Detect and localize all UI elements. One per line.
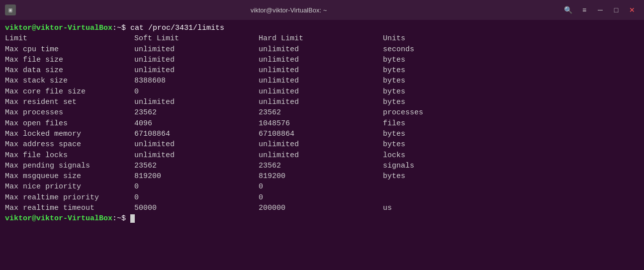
cell-units: bytes (383, 171, 405, 181)
cell-soft: unlimited (134, 139, 259, 150)
window-title: viktor@viktor-VirtualBox: ~ (251, 6, 327, 14)
search-button[interactable]: 🔍 (561, 3, 575, 17)
titlebar-left: ▣ (5, 4, 16, 15)
maximize-button[interactable]: □ (609, 3, 623, 17)
cell-hard: unlimited (259, 65, 383, 76)
cell-soft: 0 (134, 181, 259, 192)
cell-limit: Max processes (5, 107, 134, 118)
cell-soft: 8388608 (134, 76, 259, 86)
cell-limit: Max address space (5, 139, 134, 150)
cell-hard: 23562 (259, 161, 383, 171)
cell-hard: 1048576 (259, 118, 383, 129)
table-row: Max cpu time unlimited unlimited seconds (5, 44, 639, 55)
table-row: Max msgqueue size 819200 819200 bytes (5, 171, 639, 181)
header-soft: Soft Limit (134, 33, 259, 44)
prompt-separator: :~$ (112, 24, 126, 32)
cell-units: files (383, 118, 405, 129)
cell-limit: Max locked memory (5, 129, 134, 139)
cell-limit: Max file locks (5, 150, 134, 161)
header-hard: Hard Limit (259, 33, 383, 44)
app-icon: ▣ (5, 4, 16, 15)
cell-units: bytes (383, 139, 405, 150)
cell-hard: unlimited (259, 97, 383, 107)
cell-units: us (383, 203, 392, 213)
menu-button[interactable]: ≡ (577, 3, 591, 17)
cell-soft: unlimited (134, 97, 259, 107)
close-button[interactable]: ✕ (625, 3, 639, 17)
table-row: Max stack size 8388608 unlimited bytes (5, 76, 639, 86)
cell-limit: Max realtime priority (5, 192, 134, 203)
table-row: Max data size unlimited unlimited bytes (5, 65, 639, 76)
cell-hard: 0 (259, 181, 383, 192)
table-row: Max file size unlimited unlimited bytes (5, 55, 639, 65)
cell-hard: unlimited (259, 150, 383, 161)
table-row: Max processes 23562 23562 processes (5, 107, 639, 118)
cell-limit: Max cpu time (5, 44, 134, 55)
cell-soft: 819200 (134, 171, 259, 181)
header-limit: Limit (5, 33, 134, 44)
cell-soft: 50000 (134, 203, 259, 213)
cell-limit: Max file size (5, 55, 134, 65)
cell-hard: unlimited (259, 44, 383, 55)
cell-soft: 23562 (134, 161, 259, 171)
table-row: Max pending signals 23562 23562 signals (5, 161, 639, 171)
cell-units: bytes (383, 76, 405, 86)
prompt-user-host: viktor@viktor-VirtualBox (5, 24, 112, 32)
table-row: Max address space unlimited unlimited by… (5, 139, 639, 150)
cell-soft: unlimited (134, 44, 259, 55)
cell-hard: 67108864 (259, 129, 383, 139)
cell-units: bytes (383, 65, 405, 76)
final-prompt-user-host: viktor@viktor-VirtualBox (5, 214, 112, 223)
window-controls[interactable]: 🔍 ≡ ─ □ ✕ (561, 3, 639, 17)
terminal-window: ▣ viktor@viktor-VirtualBox: ~ 🔍 ≡ ─ □ ✕ … (0, 0, 644, 270)
cell-limit: Max data size (5, 65, 134, 76)
minimize-button[interactable]: ─ (593, 3, 607, 17)
header-units: Units (383, 33, 405, 44)
cell-limit: Max msgqueue size (5, 171, 134, 181)
table-rows: Max cpu time unlimited unlimited seconds… (5, 44, 639, 214)
table-row: Max file locks unlimited unlimited locks (5, 150, 639, 161)
table-header: Limit Soft Limit Hard Limit Units (5, 33, 639, 44)
cell-hard: unlimited (259, 139, 383, 150)
cell-units: signals (383, 161, 414, 171)
command-text: cat /proc/3431/limits (126, 24, 224, 32)
cell-hard: unlimited (259, 55, 383, 65)
cell-soft: 4096 (134, 118, 259, 129)
cell-limit: Max pending signals (5, 161, 134, 171)
table-row: Max open files 4096 1048576 files (5, 118, 639, 129)
cell-soft: 67108864 (134, 129, 259, 139)
terminal-body[interactable]: viktor@viktor-VirtualBox:~$ cat /proc/34… (0, 20, 644, 270)
table-row: Max core file size 0 unlimited bytes (5, 87, 639, 97)
cell-units: bytes (383, 55, 405, 65)
cell-soft: unlimited (134, 55, 259, 65)
cell-units: processes (383, 107, 423, 118)
cursor (130, 214, 135, 223)
cell-units: locks (383, 150, 405, 161)
final-prompt-line: viktor@viktor-VirtualBox:~$ (5, 213, 639, 224)
cell-limit: Max open files (5, 118, 134, 129)
cell-limit: Max resident set (5, 97, 134, 107)
table-row: Max resident set unlimited unlimited byt… (5, 97, 639, 107)
cell-soft: unlimited (134, 150, 259, 161)
cell-units: seconds (383, 44, 414, 55)
command-line: viktor@viktor-VirtualBox:~$ cat /proc/34… (5, 23, 639, 33)
table-row: Max nice priority 0 0 (5, 181, 639, 192)
cell-units: bytes (383, 129, 405, 139)
cell-hard: unlimited (259, 76, 383, 86)
cell-units: bytes (383, 97, 405, 107)
cell-limit: Max core file size (5, 87, 134, 97)
cell-hard: 0 (259, 192, 383, 203)
table-row: Max realtime timeout 50000 200000 us (5, 203, 639, 213)
cell-hard: 819200 (259, 171, 383, 181)
cell-soft: unlimited (134, 65, 259, 76)
cell-hard: 23562 (259, 107, 383, 118)
cell-units: bytes (383, 87, 405, 97)
cell-limit: Max realtime timeout (5, 203, 134, 213)
cell-hard: 200000 (259, 203, 383, 213)
cell-soft: 0 (134, 192, 259, 203)
cell-limit: Max stack size (5, 76, 134, 86)
cell-soft: 0 (134, 87, 259, 97)
cell-soft: 23562 (134, 107, 259, 118)
cell-limit: Max nice priority (5, 181, 134, 192)
cell-hard: unlimited (259, 87, 383, 97)
